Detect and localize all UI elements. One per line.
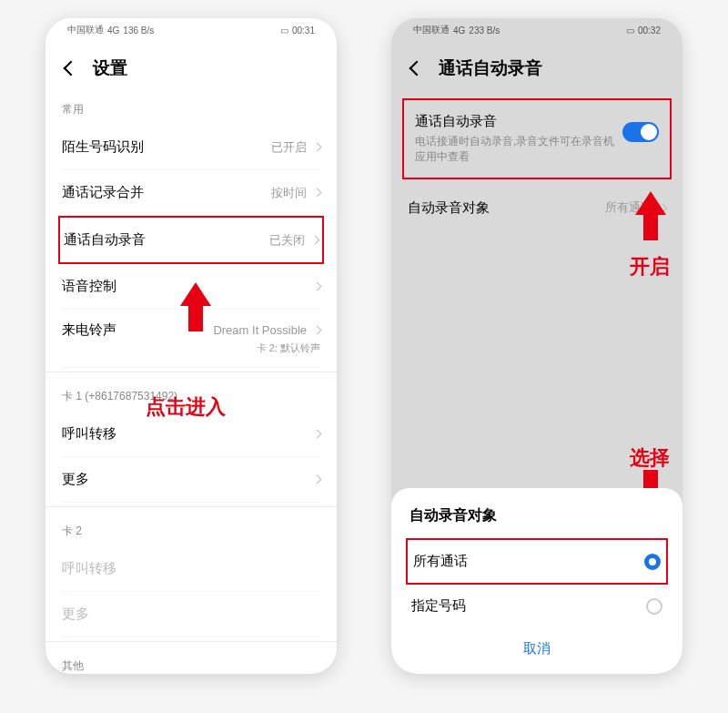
row-label: 来电铃声 bbox=[62, 321, 116, 339]
row-label: 更多 bbox=[62, 606, 89, 623]
section-label-sim2: 卡 2 bbox=[62, 511, 320, 546]
net-speed: 136 B/s bbox=[123, 25, 154, 36]
back-icon[interactable] bbox=[62, 60, 78, 76]
row-label: 通话自动录音 bbox=[415, 113, 622, 130]
section-label-other: 其他 bbox=[62, 646, 320, 674]
status-bar: 中国联通 4G 136 B/s ▭ 00:31 bbox=[46, 18, 337, 42]
clock: 00:31 bbox=[292, 25, 315, 36]
chevron-right-icon bbox=[659, 203, 668, 212]
highlight-auto-record-toggle: 通话自动录音 电话接通时自动录音,录音文件可在录音机应用中查看 bbox=[402, 98, 672, 179]
highlight-option-all: 所有通话 bbox=[406, 538, 668, 585]
battery-icon: ▭ bbox=[626, 25, 634, 36]
page-title: 设置 bbox=[93, 56, 127, 80]
option-all-calls[interactable]: 所有通话 bbox=[411, 540, 662, 583]
option-label: 指定号码 bbox=[411, 597, 466, 615]
clock: 00:32 bbox=[638, 25, 661, 36]
chevron-right-icon bbox=[313, 430, 322, 439]
annotation-text: 开启 bbox=[630, 253, 670, 280]
row-ringtone[interactable]: 来电铃声 Dream It Possible 卡 2: 默认铃声 bbox=[62, 310, 320, 368]
row-label: 通话记录合并 bbox=[62, 184, 144, 201]
row-auto-record[interactable]: 通话自动录音 已关闭 bbox=[64, 218, 318, 262]
row-label: 语音控制 bbox=[62, 278, 116, 295]
radio-unselected-icon bbox=[646, 598, 662, 615]
header: 设置 bbox=[46, 42, 337, 89]
bottom-sheet: 自动录音对象 所有通话 指定号码 取消 bbox=[391, 488, 682, 674]
row-record-target[interactable]: 自动录音对象 所有通话 bbox=[402, 188, 672, 228]
chevron-right-icon bbox=[313, 143, 322, 152]
row-sub: 卡 2: 默认铃声 bbox=[62, 341, 320, 355]
chevron-right-icon bbox=[311, 236, 320, 245]
row-value: 已关闭 bbox=[269, 232, 318, 249]
row-auto-record-toggle[interactable]: 通话自动录音 电话接通时自动录音,录音文件可在录音机应用中查看 bbox=[410, 102, 664, 176]
row-label: 呼叫转移 bbox=[62, 560, 116, 577]
chevron-right-icon bbox=[313, 326, 322, 335]
row-label: 陌生号码识别 bbox=[62, 138, 144, 156]
row-sim2-more: 更多 bbox=[62, 592, 320, 637]
row-value bbox=[310, 283, 320, 290]
back-icon[interactable] bbox=[408, 60, 424, 76]
status-bar: 中国联通 4G 233 B/s ▭ 00:32 bbox=[391, 18, 682, 42]
carrier: 中国联通 bbox=[67, 24, 104, 36]
row-voice-control[interactable]: 语音控制 bbox=[62, 264, 320, 310]
chevron-right-icon bbox=[313, 282, 322, 291]
right-screenshot: 中国联通 4G 233 B/s ▭ 00:32 通话自动录音 通话自动录音 电话… bbox=[391, 18, 682, 674]
row-value: Dream It Possible bbox=[213, 323, 320, 337]
row-label: 呼叫转移 bbox=[62, 425, 116, 443]
row-sim1-more[interactable]: 更多 bbox=[62, 457, 320, 503]
net-speed: 233 B/s bbox=[469, 25, 500, 36]
option-specific-number[interactable]: 指定号码 bbox=[410, 585, 664, 627]
row-label: 自动录音对象 bbox=[408, 199, 490, 217]
sheet-title: 自动录音对象 bbox=[410, 506, 664, 525]
row-desc: 电话接通时自动录音,录音文件可在录音机应用中查看 bbox=[415, 134, 622, 165]
chevron-right-icon bbox=[313, 188, 322, 198]
row-value: 按时间 bbox=[271, 185, 320, 201]
annotation-text: 选择 bbox=[630, 444, 670, 472]
section-label-common: 常用 bbox=[62, 89, 320, 125]
chevron-right-icon bbox=[313, 475, 322, 484]
row-merge-log[interactable]: 通话记录合并 按时间 bbox=[62, 170, 320, 216]
row-value: 已开启 bbox=[271, 139, 320, 156]
row-sim1-forward[interactable]: 呼叫转移 bbox=[62, 412, 320, 457]
carrier: 中国联通 bbox=[413, 24, 450, 36]
section-label-sim1: 卡 1 (+8617687531492) bbox=[62, 376, 320, 412]
battery-icon: ▭ bbox=[280, 25, 288, 36]
network-icon: 4G bbox=[107, 25, 119, 36]
toggle-switch[interactable] bbox=[622, 122, 659, 142]
highlight-auto-record: 通话自动录音 已关闭 bbox=[58, 216, 324, 264]
radio-selected-icon bbox=[644, 554, 661, 570]
cancel-button[interactable]: 取消 bbox=[410, 627, 664, 659]
left-screenshot: 中国联通 4G 136 B/s ▭ 00:31 设置 常用 陌生号码识别 已开启… bbox=[46, 18, 337, 674]
network-icon: 4G bbox=[453, 25, 465, 36]
row-label: 更多 bbox=[62, 471, 89, 488]
row-unknown-id[interactable]: 陌生号码识别 已开启 bbox=[62, 125, 320, 170]
row-label: 通话自动录音 bbox=[64, 231, 146, 249]
row-sim2-forward: 呼叫转移 bbox=[62, 546, 320, 592]
option-label: 所有通话 bbox=[413, 553, 468, 570]
header: 通话自动录音 bbox=[391, 42, 682, 89]
page-title: 通话自动录音 bbox=[439, 56, 542, 80]
row-value: 所有通话 bbox=[605, 199, 666, 216]
